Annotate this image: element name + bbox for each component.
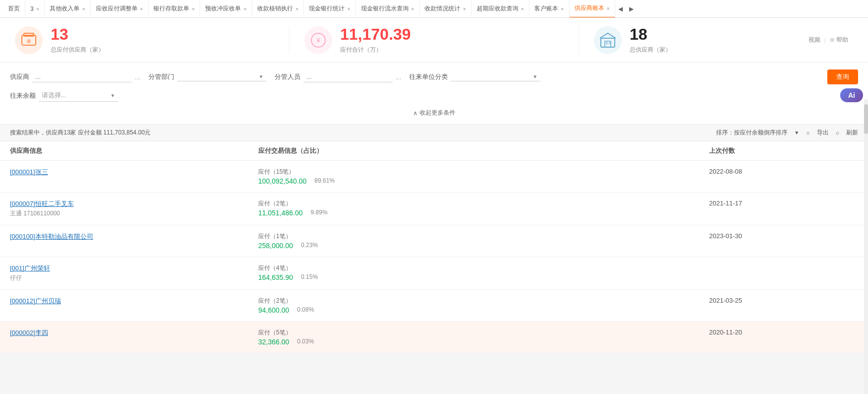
supplier-link[interactable]: [000002]李四 — [10, 329, 48, 336]
last-pay-date: 2022-08-08 — [709, 168, 742, 175]
balance-filter-label: 往来余额 — [10, 91, 36, 100]
nav-next-arrow[interactable]: ▶ — [626, 0, 637, 18]
close-icon[interactable]: × — [561, 6, 564, 12]
results-actions: 排序：按应付余额倒序排序 ▼ ○ 导出 ○ 刷新 — [716, 129, 858, 137]
close-icon[interactable]: × — [192, 6, 195, 12]
stat-block-payable-amount: ¥ 11,170.39 应付合计（万） — [289, 26, 579, 54]
close-icon[interactable]: × — [347, 6, 350, 12]
supplier-link[interactable]: [000001]张三 — [10, 168, 48, 176]
ai-button[interactable]: Ai — [840, 88, 863, 102]
filter-row-1: 供应商 ... 分管部门 ▼ 分管人员 ... 往来单位分类 ▼ 查询 — [10, 69, 858, 84]
last-pay-date: 2023-01-30 — [709, 232, 742, 240]
stat-label-total-suppliers: 总供应商（家） — [630, 46, 671, 54]
stat-icon-payable-suppliers — [15, 26, 43, 54]
supplier-id: [001] — [10, 264, 24, 272]
stat-icon-total-suppliers — [594, 26, 622, 54]
refresh-button[interactable]: 刷新 — [846, 129, 858, 137]
supplier-sub-info: 王通 17106110000 — [10, 209, 258, 218]
money-icon: ¥ — [309, 31, 327, 49]
balance-dropdown-arrow[interactable]: ▼ — [110, 93, 115, 98]
last-pay-date: 2021-11-17 — [709, 199, 742, 207]
header-supplier: 供应商信息 — [10, 146, 258, 155]
tx-cell: 应付（15笔） 100,092,540.00 89.61% — [258, 168, 709, 185]
tx-label: 应付（2笔） — [258, 297, 709, 305]
supplier-cell: [000100]本特勒油品有限公司 — [10, 232, 258, 241]
nav-tab-bank[interactable]: 银行存取款单 × — [148, 0, 200, 18]
sort-label[interactable]: 排序：按应付余额倒序排序 — [716, 129, 788, 137]
close-icon[interactable]: × — [140, 6, 143, 12]
stat-icon-payable-amount: ¥ — [304, 26, 332, 54]
nav-tab-bank-label: 银行存取款单 — [153, 4, 189, 13]
close-icon[interactable]: × — [463, 6, 466, 12]
chevron-down-icon: ▼ — [795, 130, 799, 135]
help-video-link[interactable]: 视频 — [808, 36, 820, 44]
supplier-link[interactable]: [000007]恒旺二手叉车 — [10, 200, 74, 207]
supplier-name: 广州荣轩 — [24, 264, 50, 272]
nav-tab-collection[interactable]: 收款核销执行 × — [252, 0, 304, 18]
svg-rect-7 — [606, 42, 608, 44]
close-icon[interactable]: × — [36, 6, 39, 12]
person-input[interactable] — [303, 71, 393, 82]
supplier-cell: [000001]张三 — [10, 168, 258, 177]
close-icon[interactable]: × — [607, 5, 610, 11]
tx-amount: 164,635.90 — [258, 273, 293, 281]
nav-tab-customer-ledger[interactable]: 客户账本 × — [529, 0, 569, 18]
filter-category: 往来单位分类 ▼ — [409, 72, 540, 81]
stat-block-total-suppliers: 18 总供应商（家） 视频 | ⊙ 帮助 — [579, 26, 868, 54]
supplier-link[interactable]: [001]广州荣轩 — [10, 264, 50, 272]
close-icon[interactable]: × — [411, 6, 414, 12]
category-dropdown-arrow[interactable]: ▼ — [532, 74, 537, 79]
filter-area: 供应商 ... 分管部门 ▼ 分管人员 ... 往来单位分类 ▼ 查询 往来 — [0, 63, 868, 125]
person-dots: ... — [396, 73, 402, 81]
nav-tab-adjustment[interactable]: 应收应付调整单 × — [91, 0, 148, 18]
search-button[interactable]: 查询 — [827, 69, 858, 84]
table-row: [000012]广州贝瑞 应付（2笔） 94,600.00 0.08% 2021… — [0, 290, 868, 322]
help-link[interactable]: ⊙ 帮助 — [830, 36, 848, 44]
stat-block-payable-suppliers: 13 总应付供应商（家） — [0, 26, 289, 54]
close-icon[interactable]: × — [521, 6, 524, 12]
supplier-cell: [001]广州荣轩 仔仔 — [10, 264, 258, 282]
stat-number-payable-amount: 11,170.39 — [340, 26, 411, 43]
nav-tab-3[interactable]: 3 × — [25, 0, 45, 18]
dept-filter-label: 分管部门 — [148, 72, 174, 81]
nav-tab-cash-bank[interactable]: 现金银行统计 × — [304, 0, 356, 18]
supplier-link[interactable]: [000100]本特勒油品有限公司 — [10, 233, 93, 240]
tx-amount: 100,092,540.00 — [258, 177, 306, 185]
tx-row: 94,600.00 0.08% — [258, 305, 709, 314]
nav-tab-cashflow[interactable]: 现金银行流水查询 × — [356, 0, 420, 18]
scrollbar-thumb[interactable] — [864, 104, 868, 134]
nav-tab-overdue[interactable]: 超期应收款查询 × — [472, 0, 529, 18]
nav-prev-arrow[interactable]: ◀ — [615, 0, 626, 18]
right-scrollbar[interactable] — [864, 99, 868, 353]
dept-dropdown-arrow[interactable]: ▼ — [259, 74, 264, 79]
supplier-link[interactable]: [000012]广州贝瑞 — [10, 297, 61, 305]
svg-point-2 — [27, 39, 31, 43]
nav-tab-receipt-stat[interactable]: 收款情况统计 × — [420, 0, 471, 18]
close-icon[interactable]: × — [243, 6, 246, 12]
nav-tab-prepay-label: 预收冲应收单 — [205, 4, 241, 13]
collapse-button[interactable]: ∧ 收起更多条件 — [10, 107, 858, 119]
close-icon[interactable]: × — [295, 6, 298, 12]
tx-percent: 89.61% — [314, 177, 335, 184]
nav-tab-cash-bank-label: 现金银行统计 — [309, 4, 345, 13]
filter-person: 分管人员 ... — [275, 71, 402, 82]
stat-info-payable-suppliers: 13 总应付供应商（家） — [51, 26, 104, 54]
nav-tab-other-income[interactable]: 其他收入单 × — [45, 0, 90, 18]
nav-tab-prepay[interactable]: 预收冲应收单 × — [200, 0, 252, 18]
export-button[interactable]: 导出 — [817, 129, 829, 137]
balance-placeholder: 请选择... — [42, 91, 108, 100]
nav-tab-customer-ledger-label: 客户账本 — [534, 4, 558, 13]
nav-tab-3-label: 3 — [30, 5, 34, 12]
nav-tab-supplier-ledger[interactable]: 供应商账本 × — [570, 0, 615, 18]
supplier-id: [000002] — [10, 329, 35, 336]
filter-dept: 分管部门 ▼ — [148, 72, 267, 81]
supplier-input[interactable] — [32, 71, 132, 82]
table-row: [001]广州荣轩 仔仔 应付（4笔） 164,635.90 0.15% — [0, 257, 868, 290]
last-pay-cell: 2022-08-08 — [709, 168, 858, 175]
close-icon[interactable]: × — [82, 6, 85, 12]
table-row: [000100]本特勒油品有限公司 应付（1笔） 258,000.00 0.23… — [0, 225, 868, 257]
filter-balance: 往来余额 请选择... ▼ — [10, 89, 118, 102]
filter-row-2: 往来余额 请选择... ▼ — [10, 89, 858, 102]
supplier-id: [000001] — [10, 168, 35, 176]
nav-tab-home[interactable]: 首页 — [3, 0, 25, 18]
